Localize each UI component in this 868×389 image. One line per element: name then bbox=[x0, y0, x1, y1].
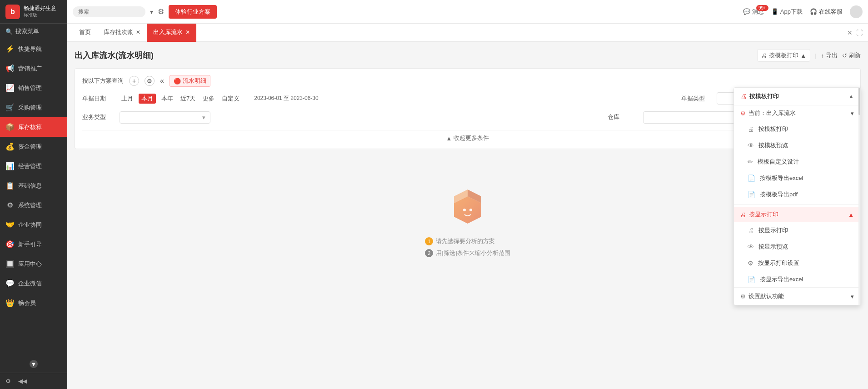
dropdown-item-template-design[interactable]: ✏ 模板自定义设计 bbox=[734, 154, 860, 170]
date-shortcut-last-month[interactable]: 上月 bbox=[120, 94, 135, 104]
sidebar-item-label: 销售管理 bbox=[18, 84, 42, 92]
service-button[interactable]: 🎧 在线客服 bbox=[810, 8, 843, 16]
empty-tip-1: 1 请先选择要分析的方案 bbox=[425, 237, 510, 245]
sidebar-collapse-icon[interactable]: ◀◀ bbox=[18, 378, 27, 384]
dropdown-title: 按模板打印 bbox=[749, 92, 779, 100]
date-shortcut-this-month[interactable]: 本月 bbox=[139, 94, 156, 104]
sidebar-settings-icon[interactable]: ⚙ bbox=[5, 378, 11, 384]
sidebar-item-apps[interactable]: 🔲 应用中心 bbox=[0, 254, 67, 274]
dropdown-item-template-preview[interactable]: 👁 按模板预览 bbox=[734, 137, 860, 154]
date-shortcut-7days[interactable]: 近7天 bbox=[179, 94, 197, 104]
service-label: 在线客服 bbox=[819, 8, 843, 16]
sidebar-item-member[interactable]: 👑 畅会员 bbox=[0, 293, 67, 313]
filter-add-button[interactable]: + bbox=[129, 76, 139, 86]
tab-batch-close-icon[interactable]: ✕ bbox=[136, 29, 140, 35]
sidebar-item-label: 营销推广 bbox=[18, 65, 42, 73]
sidebar-item-wechat[interactable]: 💬 企业微信 bbox=[0, 274, 67, 293]
sidebar-item-finance[interactable]: 💰 资金管理 bbox=[0, 137, 67, 156]
sidebar-item-basic[interactable]: 📋 基础信息 bbox=[0, 176, 67, 195]
dropdown-panel: 🖨 按模板打印 ▲ ⚙ 当前：出入库流水 ▾ bbox=[733, 87, 861, 305]
tab-flow-close-icon[interactable]: ✕ bbox=[185, 29, 190, 35]
display-print-collapse-icon[interactable]: ▲ bbox=[848, 211, 854, 218]
empty-tips: 1 请先选择要分析的方案 2 用[筛选]条件来缩小分析范围 bbox=[425, 237, 510, 261]
sidebar-item-sales[interactable]: 📈 销售管理 bbox=[0, 78, 67, 98]
filter-settings-button[interactable]: ⚙ bbox=[145, 76, 155, 86]
maximize-icon[interactable]: ⛶ bbox=[856, 29, 863, 36]
template-design-icon: ✏ bbox=[748, 158, 753, 165]
dropdown-item-display-preview[interactable]: 👁 按显示预览 bbox=[734, 239, 860, 255]
sidebar-item-system[interactable]: ⚙ 系统管理 bbox=[0, 195, 67, 215]
basic-icon: 📋 bbox=[5, 181, 15, 190]
scrollbar-thumb[interactable] bbox=[858, 88, 860, 115]
message-icon: 💬 bbox=[743, 8, 750, 15]
footer-chevron-down-icon: ▾ bbox=[851, 293, 854, 300]
marketing-icon: 📢 bbox=[5, 64, 15, 73]
download-label: App下载 bbox=[780, 8, 803, 16]
sidebar-item-operation[interactable]: 📊 经营管理 bbox=[0, 156, 67, 176]
tab-batch-account[interactable]: 库存批次账 ✕ bbox=[97, 24, 147, 42]
search-icon: 🔍 bbox=[5, 28, 13, 35]
company-name: 畅捷通好生意 bbox=[24, 5, 56, 12]
minimize-icon[interactable]: ✕ bbox=[847, 29, 853, 36]
warehouse-label: 仓库 bbox=[608, 113, 639, 121]
display-print-header[interactable]: 🖨 按显示打印 ▲ bbox=[734, 207, 860, 222]
sidebar-item-label: 新手引导 bbox=[18, 240, 42, 249]
filter-tag: 🔴 流水明细 bbox=[170, 75, 210, 87]
sidebar-bottom: ⚙ ◀◀ bbox=[0, 373, 67, 389]
export-button[interactable]: ↑ 导出 bbox=[821, 51, 838, 60]
export-icon: ↑ bbox=[821, 52, 824, 59]
tip-num-1: 1 bbox=[425, 237, 433, 245]
message-button[interactable]: 💬 消息 99+ bbox=[743, 8, 764, 16]
sidebar-item-label: 企业微信 bbox=[18, 279, 42, 288]
dropdown-divider bbox=[734, 204, 860, 205]
filter-section-label: 按以下方案查询 bbox=[82, 77, 124, 85]
sidebar-item-purchase[interactable]: 🛒 采购管理 bbox=[0, 98, 67, 117]
dropdown-item-display-excel[interactable]: 📄 按显示导出excel bbox=[734, 271, 860, 287]
sidebar-item-label: 应用中心 bbox=[18, 260, 42, 268]
sidebar-item-inventory[interactable]: 📦 库存核算 bbox=[0, 117, 67, 137]
date-shortcut-more[interactable]: 更多 bbox=[201, 94, 216, 104]
sidebar-item-marketing[interactable]: 📢 营销推广 bbox=[0, 59, 67, 78]
sidebar-item-label: 系统管理 bbox=[18, 201, 42, 209]
empty-illustration bbox=[445, 183, 490, 228]
edition-label: 标准版 bbox=[24, 12, 56, 18]
tip-num-2: 2 bbox=[425, 249, 433, 257]
download-button[interactable]: 📱 App下载 bbox=[771, 8, 803, 16]
sidebar-item-guide[interactable]: 🎯 新手引导 bbox=[0, 234, 67, 254]
search-menu-item[interactable]: 🔍 搜索菜单 bbox=[0, 24, 67, 39]
print-button[interactable]: 🖨 按模板打印 ▲ bbox=[757, 49, 810, 62]
content-area: 出入库流水(流水明细) 🖨 按模板打印 ▲ | ↑ 导出 ↺ 刷新 bbox=[67, 42, 868, 389]
filter-collapse-button[interactable]: « bbox=[160, 77, 164, 85]
dropdown-item-template-print[interactable]: 🖨 按模板打印 bbox=[734, 121, 860, 137]
topbar-search-input[interactable] bbox=[73, 6, 145, 17]
tab-inventory-flow[interactable]: 出入库流水 ✕ bbox=[147, 24, 196, 42]
current-chevron-down-icon: ▾ bbox=[851, 110, 854, 117]
tabs-bar: 首页 库存批次账 ✕ 出入库流水 ✕ ✕ ⛶ bbox=[67, 24, 868, 42]
dropdown-footer[interactable]: ⚙ 设置默认功能 ▾ bbox=[734, 287, 860, 305]
dropdown-collapse-icon[interactable]: ▲ bbox=[848, 93, 854, 100]
tab-home[interactable]: 首页 bbox=[73, 24, 97, 42]
topbar-settings-icon[interactable]: ⚙ bbox=[158, 7, 164, 16]
footer-label: 设置默认功能 bbox=[748, 292, 784, 300]
dropdown-item-template-pdf[interactable]: 📄 按模板导出pdf bbox=[734, 186, 860, 203]
topbar-dropdown-icon[interactable]: ▾ bbox=[150, 8, 153, 15]
dropdown-item-display-print[interactable]: 🖨 按显示打印 bbox=[734, 222, 860, 239]
business-select[interactable]: ▾ bbox=[120, 111, 210, 124]
trial-button[interactable]: 体验行业方案 bbox=[169, 5, 217, 19]
topbar: ▾ ⚙ 体验行业方案 💬 消息 99+ 📱 App下载 🎧 在线客服 bbox=[67, 0, 868, 24]
operation-icon: 📊 bbox=[5, 162, 15, 170]
sidebar-item-quick-nav[interactable]: ⚡ 快捷导航 bbox=[0, 39, 67, 59]
dropdown-item-template-excel[interactable]: 📄 按模板导出excel bbox=[734, 170, 860, 186]
dropdown-item-display-settings[interactable]: ⚙ 按显示打印设置 bbox=[734, 255, 860, 271]
template-pdf-icon: 📄 bbox=[748, 191, 755, 198]
business-chevron-down-icon: ▾ bbox=[202, 114, 205, 121]
sidebar-item-label: 经营管理 bbox=[18, 162, 42, 170]
sidebar-item-cooperation[interactable]: 🤝 企业协同 bbox=[0, 215, 67, 234]
sidebar-scroll-down[interactable]: ▼ bbox=[30, 360, 38, 368]
date-shortcut-this-year[interactable]: 本年 bbox=[160, 94, 175, 104]
current-label-icon: ⚙ bbox=[740, 110, 746, 117]
date-shortcut-custom[interactable]: 自定义 bbox=[220, 94, 241, 104]
dropdown-scroll-area: ⚙ 当前：出入库流水 ▾ 🖨 按模板打印 👁 按模板预览 bbox=[734, 105, 860, 287]
user-avatar[interactable] bbox=[850, 5, 863, 18]
refresh-button[interactable]: ↺ 刷新 bbox=[842, 51, 861, 60]
